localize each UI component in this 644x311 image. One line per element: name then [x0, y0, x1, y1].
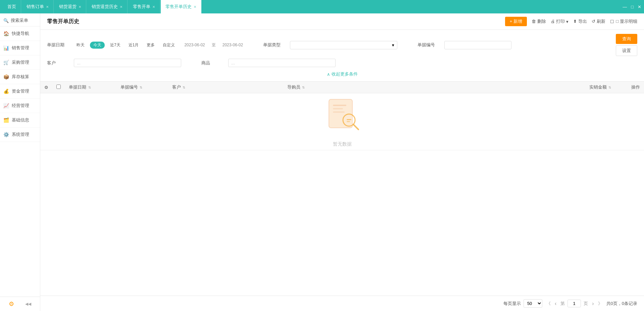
tab-retail-order-close[interactable]: ✕: [152, 5, 155, 9]
sidebar-item-quick-nav[interactable]: 🏠 快捷导航: [0, 27, 40, 41]
goods-select[interactable]: ...: [228, 59, 336, 67]
empty-text: 暂无数据: [333, 141, 352, 147]
sidebar-item-inventory[interactable]: 📦 库存核算: [0, 70, 40, 84]
col-customer[interactable]: 客户 ⇅: [168, 82, 283, 93]
sidebar-collapse-icon[interactable]: ◀◀: [25, 302, 31, 306]
filter-collapse-btn[interactable]: ∧ 收起更多条件: [47, 70, 637, 79]
last-month-shortcut[interactable]: 近1月: [126, 42, 142, 49]
filter-area: 单据日期 昨天 今天 近7天 近1月 更多 自定义 2023-06-02 至 2…: [40, 30, 644, 82]
finance-icon: 💰: [3, 89, 9, 94]
custom-shortcut[interactable]: 自定义: [160, 42, 178, 49]
col-amount-sort-icon[interactable]: ⇅: [608, 86, 611, 89]
filter-row-1: 单据日期 昨天 今天 近7天 近1月 更多 自定义 2023-06-02 至 2…: [47, 34, 637, 56]
sidebar-item-operations-label: 经营管理: [12, 103, 29, 109]
tab-home-label: 首页: [7, 4, 16, 10]
tab-retail-order[interactable]: 零售开单 ✕: [128, 0, 160, 13]
sidebar-item-basic-info[interactable]: 🗂️ 基础信息: [0, 113, 40, 127]
date-from[interactable]: 2023-06-02: [184, 43, 205, 47]
per-page-label: 每页显示: [503, 301, 521, 307]
sidebar-search[interactable]: 🔍 搜索采单: [0, 15, 40, 27]
yesterday-shortcut[interactable]: 昨天: [74, 42, 87, 49]
print-label: 🖨 打印: [551, 18, 565, 24]
last-page-btn[interactable]: 》: [597, 300, 604, 307]
sidebar-item-system[interactable]: ⚙️ 系统管理: [0, 127, 40, 142]
tab-sales-return-close[interactable]: ✕: [79, 5, 81, 9]
display-cols-label: □ 显示明细: [616, 18, 637, 24]
tab-sales-return-history-close[interactable]: ✕: [120, 5, 122, 9]
close-btn[interactable]: ✕: [638, 4, 641, 9]
sidebar-item-purchase-label: 采购管理: [12, 59, 29, 65]
filter-row-2: 客户 ... 商品 ...: [47, 59, 637, 67]
print-arrow-icon: ▾: [566, 19, 568, 24]
tab-retail-order-history-close[interactable]: ✕: [194, 5, 196, 9]
current-page-input[interactable]: [567, 300, 581, 307]
col-checkbox[interactable]: [52, 82, 65, 93]
col-date[interactable]: 单据日期 ⇅: [65, 82, 116, 93]
sidebar-item-operations[interactable]: 📈 经营管理: [0, 99, 40, 113]
tab-sales-return[interactable]: 销货退货 ✕: [54, 0, 86, 13]
tab-sales-order-label: 销售订单: [27, 4, 44, 10]
date-filter-label: 单据日期: [47, 42, 67, 48]
select-all-checkbox[interactable]: [56, 85, 61, 89]
pagination: 每页显示 50 20 100 《 ‹ 第 页 › 》 共0页，0条记录: [40, 296, 644, 311]
bill-no-input[interactable]: [444, 41, 511, 49]
sidebar-settings-icon[interactable]: ⚙: [9, 300, 14, 308]
per-page-select[interactable]: 50 20 100: [524, 299, 542, 308]
page-suffix: 页: [582, 300, 589, 307]
first-page-btn[interactable]: 《: [545, 300, 552, 307]
next-page-btn[interactable]: ›: [591, 300, 595, 307]
refresh-button[interactable]: ↺ 刷新: [592, 18, 605, 24]
col-date-label: 单据日期: [69, 85, 86, 90]
last7-shortcut[interactable]: 近7天: [107, 42, 123, 49]
date-separator: 至: [212, 42, 216, 48]
col-actions-label: 操作: [631, 85, 640, 90]
print-button[interactable]: 🖨 打印 ▾: [551, 18, 569, 24]
maximize-btn[interactable]: □: [631, 4, 634, 9]
svg-rect-7: [347, 119, 351, 120]
display-cols-button[interactable]: ☐ □ 显示明细: [610, 18, 637, 24]
toolbar-actions: + 新增 🗑 删除 🖨 打印 ▾ ⬆ 导出 ↺ 刷新 ☐ □ 显示明细: [505, 17, 637, 26]
table-header: ⚙ 单据日期 ⇅ 单据编号 ⇅ 客户: [40, 82, 644, 93]
customer-select[interactable]: ...: [74, 59, 181, 67]
sidebar-item-system-label: 系统管理: [12, 132, 29, 138]
tab-sales-order[interactable]: 销售订单 ✕: [22, 0, 54, 13]
col-guide[interactable]: 导购员 ⇅: [283, 82, 327, 93]
page-nav: 《 ‹ 第 页 › 》: [545, 300, 604, 307]
tab-sales-return-history[interactable]: 销货退货历史 ✕: [87, 0, 128, 13]
sidebar: 🔍 搜索采单 🏠 快捷导航 📊 销售管理 🛒 采购管理 📦 库存核算 💰 资金管…: [0, 13, 40, 311]
inventory-icon: 📦: [3, 74, 9, 80]
col-actions: 操作: [615, 82, 644, 93]
tab-home[interactable]: 首页: [3, 0, 21, 13]
tab-sales-order-close[interactable]: ✕: [46, 5, 49, 9]
query-button[interactable]: 查询: [616, 34, 637, 44]
col-no-sort-icon[interactable]: ⇅: [140, 86, 142, 89]
col-no[interactable]: 单据编号 ⇅: [116, 82, 168, 93]
minimize-btn[interactable]: —: [623, 4, 627, 9]
system-icon: ⚙️: [3, 132, 9, 137]
sidebar-item-sales[interactable]: 📊 销售管理: [0, 41, 40, 55]
table-area: ⚙ 单据日期 ⇅ 单据编号 ⇅ 客户: [40, 82, 644, 296]
sidebar-item-quick-nav-label: 快捷导航: [12, 31, 29, 37]
col-settings[interactable]: ⚙: [40, 82, 52, 93]
bill-type-select[interactable]: ▾: [290, 41, 397, 49]
delete-button[interactable]: 🗑 删除: [532, 18, 546, 24]
today-shortcut[interactable]: 今天: [90, 42, 105, 49]
prev-page-btn[interactable]: ‹: [553, 300, 558, 307]
add-button[interactable]: + 新增: [505, 17, 527, 26]
customer-placeholder: ...: [77, 60, 81, 65]
col-guide-sort-icon[interactable]: ⇅: [302, 86, 305, 89]
col-date-sort-icon[interactable]: ⇅: [88, 86, 91, 89]
bill-type-label: 单据类型: [263, 42, 283, 48]
top-nav-bar: 首页 销售订单 ✕ 销货退货 ✕ 销货退货历史 ✕ 零售开单 ✕ 零售开单历史 …: [0, 0, 644, 13]
col-customer-sort-icon[interactable]: ⇅: [183, 86, 185, 89]
tab-retail-order-history[interactable]: 零售开单历史 ✕: [161, 0, 201, 13]
sidebar-item-purchase[interactable]: 🛒 采购管理: [0, 55, 40, 70]
settings-button[interactable]: 设置: [616, 45, 637, 56]
col-amount[interactable]: 实销金额 ⇅: [327, 82, 615, 93]
date-to[interactable]: 2023-06-02: [222, 43, 243, 47]
sidebar-bottom: ⚙ ◀◀: [0, 297, 40, 311]
table-empty-cell: 暂无数据: [40, 93, 644, 150]
sidebar-item-finance[interactable]: 💰 资金管理: [0, 84, 40, 99]
more-shortcut[interactable]: 更多: [144, 42, 157, 49]
export-button[interactable]: ⬆ 导出: [573, 18, 587, 24]
